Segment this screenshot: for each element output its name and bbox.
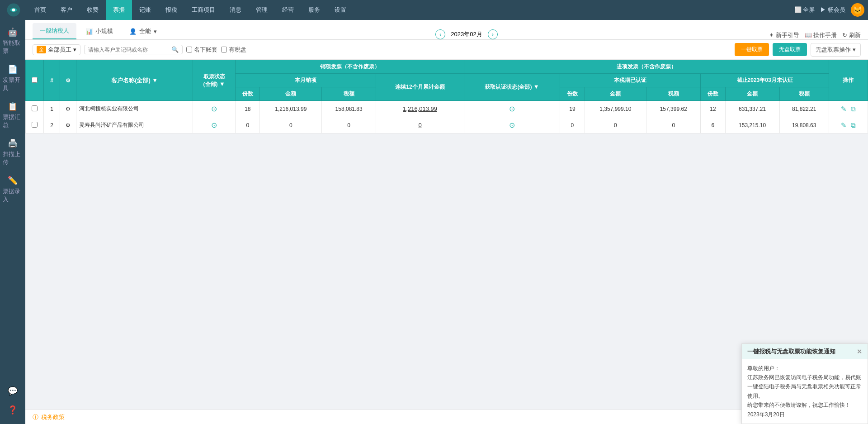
- sidebar-item-scan[interactable]: 🖨️ 扫描上传: [1, 135, 24, 170]
- prev-month-btn[interactable]: ‹: [435, 29, 445, 39]
- filter-icon[interactable]: ▼: [533, 83, 539, 90]
- row-income-cert-status: ⊙: [464, 101, 560, 117]
- row-income-unv-count: 12: [701, 101, 725, 117]
- small-scale-icon: 📊: [85, 28, 93, 35]
- vip-btn[interactable]: ▶ 畅会员: [820, 6, 845, 14]
- row-sales-amount: 1,216,013.99: [260, 101, 322, 117]
- nav-home[interactable]: 首页: [27, 0, 53, 20]
- tab-small-scale[interactable]: 📊 小规模: [78, 23, 120, 39]
- th-gear: ⚙: [60, 60, 76, 101]
- table-row: 1 ⚙ 河北柯搜梳实业有限公司 ⊙ 18 1,216,013.99 158,08…: [26, 101, 868, 117]
- notification-body: 尊敬的用户：江苏政务网已恢复访问电子税务局功能，易代账一键登陆电子税务局与无盘取…: [742, 359, 868, 424]
- sidebar-item-invoice-open[interactable]: 📄 发票开具: [1, 61, 24, 96]
- sidebar-item-chat[interactable]: 💬: [1, 382, 24, 400]
- row-num: 2: [44, 117, 60, 133]
- row-income-this-amount: 0: [585, 117, 646, 133]
- th-checkbox[interactable]: [26, 60, 44, 101]
- search-box: 🔍: [84, 45, 183, 54]
- copy-icon[interactable]: ⧉: [851, 121, 856, 129]
- sidebar-label-smart: 智能取票: [3, 39, 23, 55]
- one-click-ticket-btn[interactable]: 一键取票: [735, 43, 769, 56]
- filter-icon[interactable]: ▼: [219, 81, 225, 87]
- tab-all[interactable]: 👤 全能 ▾: [122, 23, 164, 39]
- nav-accounting[interactable]: 记账: [132, 0, 158, 20]
- new-guide-btn[interactable]: ✦ 新手引导: [769, 31, 799, 39]
- refresh-btn[interactable]: ↻ 刷新: [842, 31, 861, 39]
- sidebar-item-smart-ticket[interactable]: 🤖 智能取票: [1, 24, 24, 59]
- sidebar-item-help[interactable]: ❓: [1, 401, 24, 419]
- th-sales-header: 销项发票（不含作废票）: [236, 60, 464, 74]
- scan-icon: 🖨️: [8, 138, 18, 148]
- row-checkbox[interactable]: [26, 117, 44, 133]
- nav-tax[interactable]: 报税: [158, 0, 184, 20]
- avatar[interactable]: 🐱: [851, 3, 864, 17]
- row-actions: ✎ ⧉: [829, 117, 868, 133]
- employee-select[interactable]: 全 全部员工 ▾: [33, 44, 80, 55]
- nav-business[interactable]: 工商项目: [184, 0, 222, 20]
- checkbox-account[interactable]: 名下账套: [186, 46, 217, 54]
- tax-policy-link[interactable]: 税务政策: [41, 413, 65, 421]
- row-customer-name: 灵寿县尚泽矿产品有限公司: [76, 117, 193, 133]
- filter-icon[interactable]: ▼: [152, 77, 158, 84]
- select-all-checkbox[interactable]: [32, 77, 38, 83]
- tax-info-icon: ⓘ: [33, 413, 38, 421]
- th-sales-amount: 金额: [260, 87, 322, 101]
- row-income-this-amount: 1,357,999.10: [585, 101, 646, 117]
- nav-service[interactable]: 服务: [301, 0, 327, 20]
- row-income-unv-amount: 153,215.10: [725, 117, 779, 133]
- row-income-cert-status: ⊙: [464, 117, 560, 133]
- nav-invoice[interactable]: 票据: [106, 0, 132, 20]
- row-gear[interactable]: ⚙: [60, 101, 76, 117]
- data-table: # ⚙ 客户名称(全部) ▼ 取票状态(全部) ▼ 销项发票（不含作废票） 进项…: [25, 60, 868, 133]
- nav-settings[interactable]: 设置: [327, 0, 354, 20]
- sidebar-label-summary: 票据汇总: [3, 113, 23, 129]
- row-income-unv-amount: 631,337.21: [725, 101, 779, 117]
- row-income-unv-tax: 81,822.21: [779, 101, 829, 117]
- fullscreen-btn[interactable]: ⬜ 全屏: [794, 6, 815, 14]
- th-income-unv-count: 份数: [701, 87, 725, 101]
- search-icon[interactable]: 🔍: [171, 46, 179, 53]
- nav-items: 首页 客户 收费 票据 记账 报税 工商项目 消息 管理 经营 服务 设置: [27, 0, 794, 20]
- checkbox-taxpad[interactable]: 有税盘: [221, 46, 246, 54]
- row-checkbox[interactable]: [26, 101, 44, 117]
- row-income-unv-tax: 19,808.63: [779, 117, 829, 133]
- notification-close-btn[interactable]: ✕: [857, 348, 862, 355]
- account-checkbox[interactable]: [186, 47, 192, 52]
- 12month-link[interactable]: 0: [418, 122, 421, 129]
- search-input[interactable]: [88, 47, 170, 53]
- summary-icon: 📋: [8, 101, 18, 111]
- th-income-this-tax: 税额: [646, 87, 701, 101]
- next-month-btn[interactable]: ›: [488, 29, 498, 39]
- 12month-link[interactable]: 1,216,013.99: [403, 105, 437, 112]
- row-income-this-tax: 0: [646, 117, 701, 133]
- tab-general-taxpayer[interactable]: 一般纳税人: [33, 23, 76, 39]
- nav-customer[interactable]: 客户: [53, 0, 80, 20]
- sidebar-bottom: 💬 ❓: [1, 382, 24, 424]
- nav-operation[interactable]: 经营: [275, 0, 301, 20]
- edit-icon[interactable]: ✎: [841, 105, 847, 113]
- row-income-this-count: 0: [560, 117, 585, 133]
- no-disk-operation-btn[interactable]: 无盘取票操作 ▾: [811, 43, 861, 57]
- row-select-checkbox[interactable]: [32, 105, 38, 111]
- nav-fee[interactable]: 收费: [80, 0, 106, 20]
- no-disk-ticket-btn[interactable]: 无盘取票: [773, 43, 807, 56]
- notification-popup: 一键报税与无盘取票功能恢复通知 ✕ 尊敬的用户：江苏政务网已恢复访问电子税务局功…: [741, 343, 868, 424]
- th-action: 操作: [829, 60, 868, 101]
- sidebar-label-entry: 票据录入: [3, 187, 23, 204]
- row-income-unv-count: 6: [701, 117, 725, 133]
- row-sales-12month: 0: [376, 117, 464, 133]
- row-select-checkbox[interactable]: [32, 122, 38, 128]
- copy-icon[interactable]: ⧉: [851, 105, 856, 113]
- edit-icon[interactable]: ✎: [841, 121, 847, 129]
- help-icon: ❓: [8, 405, 18, 415]
- nav-message[interactable]: 消息: [222, 0, 249, 20]
- row-customer-name: 河北柯搜梳实业有限公司: [76, 101, 193, 117]
- sidebar-item-entry[interactable]: ✏️ 票据录入: [1, 172, 24, 207]
- taxpad-checkbox[interactable]: [221, 47, 227, 52]
- row-gear[interactable]: ⚙: [60, 117, 76, 133]
- nav-manage[interactable]: 管理: [249, 0, 275, 20]
- employee-tag: 全: [37, 46, 46, 53]
- sidebar-item-summary[interactable]: 📋 票据汇总: [1, 98, 24, 133]
- manual-btn[interactable]: 📖 操作手册: [805, 31, 837, 39]
- table-row: 2 ⚙ 灵寿县尚泽矿产品有限公司 ⊙ 0 0 0 0 ⊙ 0 0 0 6 153…: [26, 117, 868, 133]
